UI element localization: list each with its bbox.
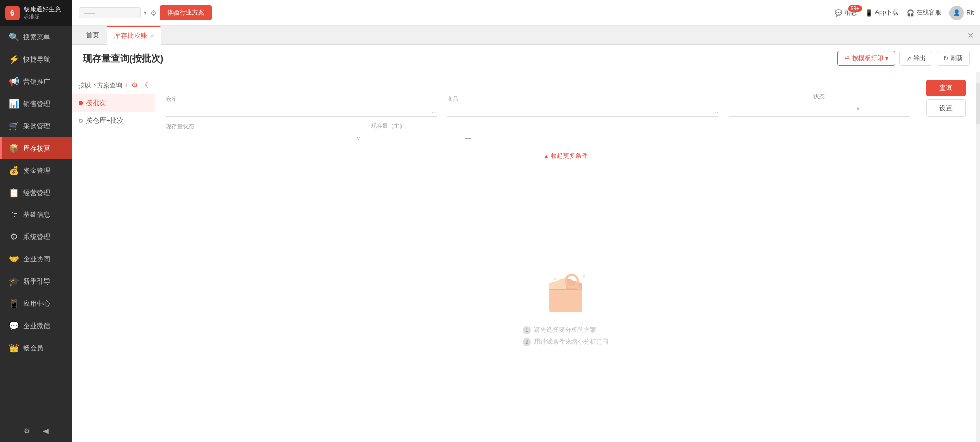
left-panel-header: 按以下方案查询 + ⚙ 《 bbox=[72, 79, 155, 94]
content-body: 按以下方案查询 + ⚙ 《 按批次 按仓库+批次 bbox=[72, 72, 980, 442]
empty-hints: 1 请先选择要分析的方案 2 用过滤条件来缩小分析范围 bbox=[523, 326, 608, 346]
status-filter-group: 状态 ∨ bbox=[729, 91, 910, 117]
enterprise-icon: 🤝 bbox=[9, 254, 19, 264]
collapse-up-icon: ▲ bbox=[543, 153, 550, 160]
topbar-search-box[interactable]: ▬▬ bbox=[79, 7, 141, 18]
tab-inventory-batch[interactable]: 库存批次账 × bbox=[107, 26, 161, 45]
status-input[interactable] bbox=[778, 105, 856, 112]
refresh-button[interactable]: ↻ 刷新 bbox=[937, 51, 970, 66]
inventory-status-wrap: ∨ bbox=[166, 132, 361, 144]
online-service-button[interactable]: 🎧 在线客服 bbox=[907, 8, 941, 17]
sidebar-item-basics[interactable]: 🗂 基础信息 bbox=[0, 204, 72, 226]
product-label: 商品 bbox=[447, 95, 718, 103]
warehouse-input[interactable] bbox=[166, 107, 432, 114]
right-scrollbar[interactable] bbox=[976, 72, 980, 442]
user-menu[interactable]: 👤 Rit bbox=[949, 6, 974, 20]
sidebar-item-purchase[interactable]: 🛒 采购管理 bbox=[0, 115, 72, 137]
product-more-icon[interactable]: ... bbox=[713, 107, 718, 114]
tab-home[interactable]: 首页 bbox=[79, 26, 107, 45]
sidebar-header: 6 畅康通好生意 标准版 bbox=[0, 0, 72, 26]
user-name: Rit bbox=[966, 9, 974, 17]
sidebar-item-operations[interactable]: 📋 经营管理 bbox=[0, 182, 72, 204]
sidebar-nav: 🔍 搜索菜单 ⚡ 快捷导航 📢 营销推广 📊 销售管理 🛒 采购管理 📦 库存核… bbox=[0, 26, 72, 419]
sidebar-item-finance[interactable]: 💰 资金管理 bbox=[0, 159, 72, 182]
product-input[interactable] bbox=[447, 107, 713, 114]
scheme-settings-button[interactable]: ⚙ bbox=[131, 81, 138, 90]
sidebar-item-newbie[interactable]: 🎓 新手引导 bbox=[0, 270, 72, 292]
warehouse-input-wrap: ... bbox=[166, 105, 437, 117]
status-chevron-icon[interactable]: ∨ bbox=[856, 105, 860, 112]
print-icon: 🖨 bbox=[844, 55, 850, 62]
sidebar-settings-button[interactable]: ⚙ bbox=[19, 423, 36, 438]
inventory-status-chevron[interactable]: ∨ bbox=[356, 135, 361, 142]
print-button[interactable]: 🖨 按模板打印 ▾ bbox=[837, 51, 895, 66]
warehouse-more-icon[interactable]: ... bbox=[432, 107, 437, 114]
inventory-qty-wrap: — bbox=[371, 132, 566, 144]
sidebar-item-marketing[interactable]: 📢 营销推广 bbox=[0, 70, 72, 93]
app-logo: 6 bbox=[5, 6, 20, 20]
trial-button[interactable]: 体验行业方案 bbox=[160, 5, 212, 20]
marketing-icon: 📢 bbox=[9, 77, 19, 86]
inventory-status-input[interactable] bbox=[166, 135, 356, 142]
left-panel: 按以下方案查询 + ⚙ 《 按批次 按仓库+批次 bbox=[72, 72, 155, 442]
refresh-icon: ↻ bbox=[943, 55, 948, 62]
collapse-button[interactable]: ▲ 收起更多条件 bbox=[543, 152, 588, 160]
quicknav-icon: ⚡ bbox=[9, 54, 19, 64]
svg-rect-0 bbox=[549, 289, 582, 312]
basics-icon: 🗂 bbox=[9, 210, 19, 219]
svg-point-6 bbox=[554, 278, 556, 280]
content-area: 现存量查询(按批次) 🖨 按模板打印 ▾ ↗ 导出 ↻ 刷新 bbox=[72, 45, 980, 442]
sidebar-item-enterprise[interactable]: 🤝 企业协同 bbox=[0, 248, 72, 270]
sidebar-item-system[interactable]: ⚙ 系统管理 bbox=[0, 226, 72, 248]
sidebar-item-apps[interactable]: 📱 应用中心 bbox=[0, 292, 72, 315]
sidebar-collapse-button[interactable]: ◀ bbox=[38, 423, 54, 438]
empty-icon bbox=[540, 263, 591, 315]
messages-button[interactable]: 💬 消息 99+ bbox=[835, 8, 857, 17]
action-buttons: 查询 设置 bbox=[926, 80, 966, 117]
sidebar-item-quicknav[interactable]: ⚡ 快捷导航 bbox=[0, 48, 72, 70]
finance-icon: 💰 bbox=[9, 166, 19, 175]
empty-hint-2: 2 用过滤条件来缩小分析范围 bbox=[523, 337, 608, 346]
topbar-chevron-icon[interactable]: ▾ bbox=[144, 9, 147, 17]
topbar-gear-icon[interactable]: ⚙ bbox=[150, 9, 157, 17]
operations-icon: 📋 bbox=[9, 188, 19, 198]
query-button[interactable]: 查询 bbox=[926, 80, 966, 96]
inactive-dot bbox=[79, 119, 83, 123]
sidebar-item-wechat[interactable]: 💬 企业微信 bbox=[0, 315, 72, 337]
user-avatar: 👤 bbox=[949, 6, 964, 20]
range-dash: — bbox=[465, 134, 471, 142]
status-input-wrap: ∨ bbox=[778, 102, 860, 114]
active-dot bbox=[79, 101, 83, 105]
app-download-button[interactable]: 📱 App下载 bbox=[865, 8, 898, 17]
sidebar-item-sales[interactable]: 📊 销售管理 bbox=[0, 93, 72, 115]
topbar-right: 💬 消息 99+ 📱 App下载 🎧 在线客服 👤 Rit bbox=[835, 6, 974, 20]
main-panel: 仓库 ... 商品 ... bbox=[155, 72, 976, 442]
purchase-icon: 🛒 bbox=[9, 121, 19, 131]
message-icon: 💬 bbox=[835, 9, 842, 17]
close-page-button[interactable]: ✕ bbox=[967, 30, 974, 40]
sidebar-item-search[interactable]: 🔍 搜索菜单 bbox=[0, 26, 72, 48]
svg-marker-1 bbox=[549, 278, 566, 289]
filter-row-2: 现存量状态 ∨ 现存量（主） — bbox=[166, 122, 966, 144]
add-scheme-button[interactable]: + bbox=[124, 81, 128, 90]
svg-point-8 bbox=[550, 299, 551, 300]
scheme-item-warehouse-batch[interactable]: 按仓库+批次 bbox=[72, 112, 155, 129]
settings-button[interactable]: 设置 bbox=[926, 99, 966, 117]
export-button[interactable]: ↗ 导出 bbox=[899, 51, 932, 66]
warehouse-filter-group: 仓库 ... bbox=[166, 95, 437, 117]
sidebar-item-member[interactable]: 👑 畅会员 bbox=[0, 337, 72, 359]
scheme-item-batch[interactable]: 按批次 bbox=[72, 94, 155, 112]
inventory-qty-min[interactable] bbox=[371, 135, 465, 142]
tabbar: 首页 库存批次账 × ✕ bbox=[72, 26, 980, 45]
inventory-qty-group: 现存量（主） — bbox=[371, 122, 566, 144]
main-area: ▬▬ ▾ ⚙ 体验行业方案 💬 消息 99+ 📱 App下载 🎧 在线客服 👤 bbox=[72, 0, 980, 442]
collapse-row: ▲ 收起更多条件 bbox=[166, 150, 966, 163]
filter-row-1: 仓库 ... 商品 ... bbox=[166, 80, 966, 117]
svg-point-7 bbox=[583, 275, 585, 277]
tab-close-button[interactable]: × bbox=[151, 33, 154, 39]
export-icon: ↗ bbox=[906, 55, 911, 62]
panel-collapse-button[interactable]: 《 bbox=[141, 81, 149, 90]
inventory-qty-max[interactable] bbox=[471, 135, 566, 142]
system-icon: ⚙ bbox=[9, 232, 19, 242]
sidebar-item-inventory[interactable]: 📦 库存核算 bbox=[0, 137, 72, 159]
